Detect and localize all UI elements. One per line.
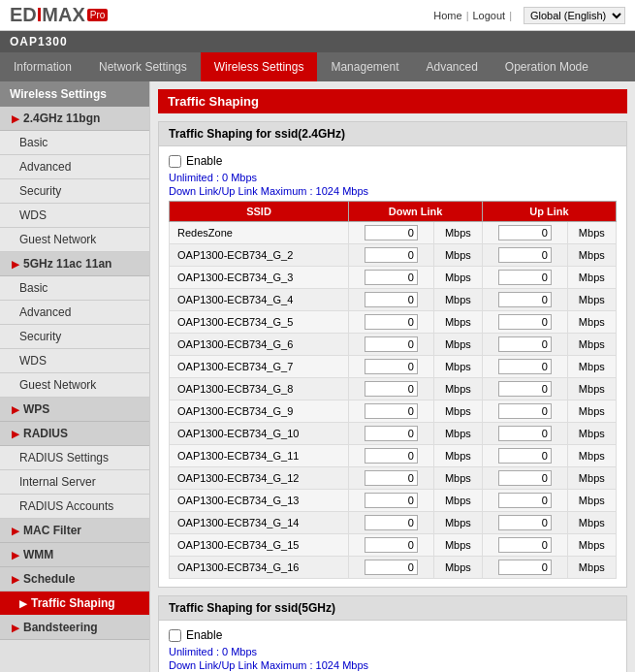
nav-operation-mode[interactable]: Operation Mode xyxy=(492,52,602,81)
downlink-input[interactable] xyxy=(365,292,418,307)
sidebar-item-5g-wds[interactable]: WDS xyxy=(0,349,149,373)
downlink-mbps-cell: Mbps xyxy=(433,557,482,579)
uplink-input[interactable] xyxy=(498,493,552,508)
sidebar-item-5g-guest-network[interactable]: Guest Network xyxy=(0,373,149,398)
sidebar-item-bandsteering[interactable]: ▶ Bandsteering xyxy=(0,616,149,640)
nav-management[interactable]: Management xyxy=(317,52,412,81)
downlink-input[interactable] xyxy=(365,515,418,530)
uplink-input[interactable] xyxy=(498,225,552,240)
uplink-input[interactable] xyxy=(498,270,552,285)
uplink-input-cell xyxy=(483,378,568,400)
downlink-input[interactable] xyxy=(365,247,418,263)
wps-label: WPS xyxy=(23,402,49,416)
nav-network-settings[interactable]: Network Settings xyxy=(85,52,201,81)
uplink-input-cell xyxy=(483,267,568,289)
downlink-input[interactable] xyxy=(365,426,418,441)
enable-label-5g: Enable xyxy=(186,628,222,642)
sidebar-item-24-security[interactable]: Security xyxy=(0,179,149,204)
section-24ghz: Traffic Shaping for ssid(2.4GHz) Enable … xyxy=(158,121,627,588)
sidebar-group-5ghz-header[interactable]: ▶ 5GHz 11ac 11an xyxy=(0,252,149,276)
uplink-input[interactable] xyxy=(498,381,552,397)
uplink-mbps-cell: Mbps xyxy=(567,512,616,534)
sidebar-item-traffic-shaping[interactable]: ▶ Traffic Shaping xyxy=(0,592,149,616)
downlink-mbps-cell: Mbps xyxy=(433,311,482,334)
downlink-input[interactable] xyxy=(365,493,418,508)
downlink-mbps-cell: Mbps xyxy=(433,423,482,445)
uplink-input[interactable] xyxy=(498,515,552,530)
uplink-input[interactable] xyxy=(498,336,552,352)
downlink-input[interactable] xyxy=(365,225,418,240)
downlink-input[interactable] xyxy=(365,403,418,419)
uplink-input[interactable] xyxy=(498,448,552,464)
sidebar-group-radius-header[interactable]: ▶ RADIUS xyxy=(0,422,149,446)
ssid-cell: OAP1300-ECB734_G_6 xyxy=(170,334,349,356)
sidebar-item-radius-settings[interactable]: RADIUS Settings xyxy=(0,446,149,470)
uplink-input-cell xyxy=(483,445,568,467)
enable-checkbox-5g[interactable] xyxy=(169,629,181,642)
sidebar-item-schedule[interactable]: ▶ Schedule xyxy=(0,567,149,592)
ssid-cell: RedesZone xyxy=(170,222,349,244)
downlink-input[interactable] xyxy=(365,359,418,374)
sidebar-item-radius-accounts[interactable]: RADIUS Accounts xyxy=(0,495,149,519)
downlink-mbps-cell: Mbps xyxy=(433,467,482,490)
sidebar-group-24ghz-header[interactable]: ▶ 2.4GHz 11bgn xyxy=(0,107,149,131)
downlink-input[interactable] xyxy=(365,537,418,553)
content-area: Wireless Settings ▶ 2.4GHz 11bgn Basic A… xyxy=(0,81,635,672)
sidebar-item-24-wds[interactable]: WDS xyxy=(0,204,149,228)
downlink-input-cell xyxy=(349,534,434,557)
ssid-cell: OAP1300-ECB734_G_4 xyxy=(170,289,349,311)
sidebar-item-5g-advanced[interactable]: Advanced xyxy=(0,301,149,325)
uplink-input[interactable] xyxy=(498,247,552,263)
enable-checkbox-24[interactable] xyxy=(169,155,181,168)
sidebar-item-wmm[interactable]: ▶ WMM xyxy=(0,543,149,567)
section-24ghz-header: Traffic Shaping for ssid(2.4GHz) xyxy=(159,122,626,146)
uplink-input[interactable] xyxy=(498,403,552,419)
uplink-input[interactable] xyxy=(498,314,552,330)
sidebar-item-internal-server[interactable]: Internal Server xyxy=(0,470,149,495)
section-5ghz-header: Traffic Shaping for ssid(5GHz) xyxy=(159,596,626,621)
uplink-input[interactable] xyxy=(498,359,552,374)
brand-name: EDIMAX xyxy=(10,4,85,26)
downlink-mbps-cell: Mbps xyxy=(433,400,482,423)
home-link[interactable]: Home xyxy=(433,10,461,21)
top-links: Home | Logout | Global (English) xyxy=(433,7,625,24)
shaping-table-24: SSID Down Link Up Link RedesZone Mbps Mb… xyxy=(169,201,617,579)
downlink-input-cell xyxy=(349,311,434,334)
table-row: OAP1300-ECB734_G_12 Mbps Mbps xyxy=(170,467,617,490)
table-row: OAP1300-ECB734_G_5 Mbps Mbps xyxy=(170,311,617,334)
sidebar-item-wps[interactable]: ▶ WPS xyxy=(0,398,149,422)
sidebar-item-24-basic[interactable]: Basic xyxy=(0,131,149,155)
downlink-input[interactable] xyxy=(365,560,418,575)
enable-row-5g: Enable xyxy=(169,628,617,642)
uplink-input[interactable] xyxy=(498,537,552,553)
nav-advanced[interactable]: Advanced xyxy=(412,52,491,81)
col-uplink-24: Up Link xyxy=(483,202,617,222)
nav-information[interactable]: Information xyxy=(0,52,85,81)
sidebar-item-5g-security[interactable]: Security xyxy=(0,325,149,349)
downlink-input[interactable] xyxy=(365,314,418,330)
logout-link[interactable]: Logout xyxy=(472,10,505,21)
downlink-input[interactable] xyxy=(365,470,418,486)
downlink-input[interactable] xyxy=(365,336,418,352)
arrow-icon-wps: ▶ xyxy=(12,404,19,415)
sidebar-item-5g-basic[interactable]: Basic xyxy=(0,276,149,301)
arrow-icon-24ghz: ▶ xyxy=(12,113,19,124)
logo: EDIMAX Pro xyxy=(10,4,108,26)
nav-wireless-settings[interactable]: Wireless Settings xyxy=(201,52,318,81)
table-row: OAP1300-ECB734_G_8 Mbps Mbps xyxy=(170,378,617,400)
uplink-input[interactable] xyxy=(498,426,552,441)
uplink-input[interactable] xyxy=(498,292,552,307)
sidebar-item-mac-filter[interactable]: ▶ MAC Filter xyxy=(0,519,149,543)
downlink-input[interactable] xyxy=(365,270,418,285)
downlink-mbps-cell: Mbps xyxy=(433,244,482,267)
uplink-input[interactable] xyxy=(498,560,552,575)
downlink-input[interactable] xyxy=(365,448,418,464)
sidebar-item-24-advanced[interactable]: Advanced xyxy=(0,155,149,179)
language-select[interactable]: Global (English) xyxy=(524,7,625,24)
downlink-input[interactable] xyxy=(365,381,418,397)
limit-text-24: Down Link/Up Link Maximum : 1024 Mbps xyxy=(169,185,617,197)
table-row: RedesZone Mbps Mbps xyxy=(170,222,617,244)
uplink-input[interactable] xyxy=(498,470,552,486)
sidebar-item-24-guest-network[interactable]: Guest Network xyxy=(0,228,149,252)
uplink-mbps-cell: Mbps xyxy=(567,289,616,311)
